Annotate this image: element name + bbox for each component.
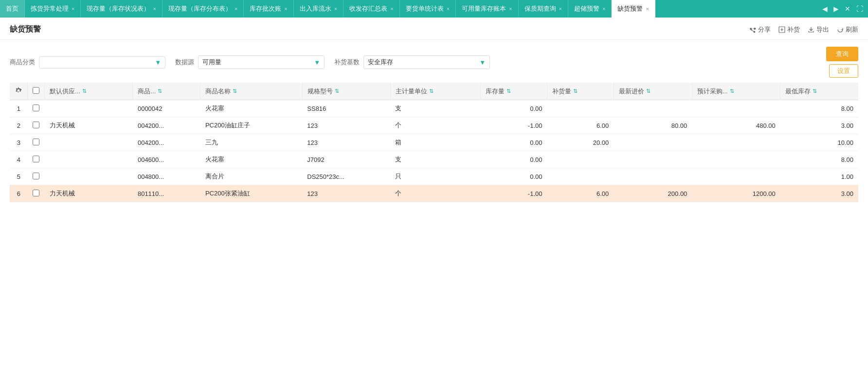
row-checkbox-2[interactable]: [28, 117, 45, 134]
row-spec-5: DS250*23c...: [302, 168, 390, 185]
th-replenish-qty: 补货量 ⇅: [547, 83, 614, 100]
row-latest-price-6: 200.00: [614, 185, 692, 202]
category-filter-group: 商品分类 ▼: [10, 56, 165, 69]
datasource-label: 数据源: [175, 58, 194, 67]
gear-column-header: [10, 83, 28, 100]
row-product-code-4: 004600...: [133, 151, 200, 168]
tab-close-stock-dist[interactable]: ×: [235, 6, 237, 12]
tab-maximize-button[interactable]: ⛶: [853, 3, 866, 15]
row-spec-4: J7092: [302, 151, 390, 168]
tab-close-order-stat[interactable]: ×: [447, 6, 450, 12]
th-unit: 主计量单位 ⇅: [390, 83, 480, 100]
th-spec-label: 规格型号: [307, 87, 333, 96]
tab-close-expiry[interactable]: ×: [559, 6, 562, 12]
tab-shortage[interactable]: 缺货预警 ×: [612, 0, 655, 18]
table-row: 2 力天机械 004200... PC200油缸庄子 123 个 -1.00 6…: [10, 117, 858, 134]
replenish-base-value: 安全库存: [368, 58, 393, 67]
tab-close-abnormal[interactable]: ×: [72, 6, 74, 12]
row-checkbox-1[interactable]: [28, 100, 45, 117]
th-product-name: 商品名称 ⇅: [200, 83, 302, 100]
tab-close-inout[interactable]: ×: [334, 6, 337, 12]
row-index-1: 1: [10, 100, 28, 117]
tab-close-available[interactable]: ×: [509, 6, 512, 12]
gear-icon[interactable]: [15, 87, 22, 94]
row-index-4: 4: [10, 151, 28, 168]
category-select[interactable]: ▼: [39, 56, 165, 69]
th-latest-price: 最新进价 ⇅: [614, 83, 692, 100]
refresh-button[interactable]: 刷新: [837, 25, 858, 34]
row-supplier-3: [45, 134, 133, 151]
tab-overstock[interactable]: 超储预警 ×: [568, 0, 612, 18]
th-min-stock: 最低库存 ⇅: [780, 83, 858, 100]
row-supplier-2: 力天机械: [45, 117, 133, 134]
tab-close-all-button[interactable]: ✕: [842, 3, 853, 15]
row-stock-6: -1.00: [481, 185, 547, 202]
replenish-label: 补货: [787, 25, 800, 34]
page-header: 缺货预警 分享 补货 导出: [0, 18, 868, 40]
th-replenish-qty-label: 补货量: [552, 87, 571, 96]
replenish-base-select[interactable]: 安全库存 ▼: [363, 55, 490, 69]
tab-expiry[interactable]: 保质期查询 ×: [519, 0, 568, 18]
row-est-purchase-3: [692, 134, 780, 151]
tab-close-shortage[interactable]: ×: [646, 6, 649, 12]
th-product-code: 商品... ⇅: [133, 83, 200, 100]
tab-close-receipt[interactable]: ×: [390, 6, 393, 12]
table-row: 6 力天机械 801110... PC200张紧油缸 123 个 -1.00 6…: [10, 185, 858, 202]
row-replenish-qty-2: 6.00: [547, 117, 614, 134]
tab-stock-dist[interactable]: 现存量（库存分布表） ×: [163, 0, 244, 18]
row-unit-4: 支: [390, 151, 480, 168]
share-button[interactable]: 分享: [749, 25, 771, 34]
row-checkbox-4[interactable]: [28, 151, 45, 168]
export-icon: [808, 26, 814, 33]
export-button[interactable]: 导出: [808, 25, 829, 34]
category-label: 商品分类: [10, 58, 35, 67]
replenish-button[interactable]: 补货: [778, 25, 800, 34]
tab-stock-status[interactable]: 现存量（库存状况表） ×: [81, 0, 162, 18]
row-checkbox-5[interactable]: [28, 168, 45, 185]
tab-close-batch[interactable]: ×: [284, 6, 287, 12]
tab-batch[interactable]: 库存批次账 ×: [244, 0, 293, 18]
row-product-name-4: 火花塞: [200, 151, 302, 168]
row-spec-3: 123: [302, 134, 390, 151]
row-stock-1: 0.00: [481, 100, 547, 117]
th-product-code-label: 商品...: [138, 87, 156, 96]
tab-prev-button[interactable]: ◀: [819, 3, 831, 15]
row-replenish-qty-4: [547, 151, 614, 168]
th-stock-label: 库存量: [486, 87, 505, 96]
th-est-purchase: 预计采购... ⇅: [692, 83, 780, 100]
settings-button[interactable]: 设置: [829, 64, 858, 78]
tab-close-overstock[interactable]: ×: [602, 6, 605, 12]
th-latest-price-label: 最新进价: [619, 87, 644, 96]
tab-order-stat[interactable]: 要货单统计表 ×: [400, 0, 456, 18]
tab-home[interactable]: 首页: [0, 0, 25, 18]
th-spec: 规格型号 ⇅: [302, 83, 390, 100]
datasource-select[interactable]: 可用量 ▼: [198, 55, 325, 69]
row-product-name-6: PC200张紧油缸: [200, 185, 302, 202]
tab-nav-buttons: ◀ ▶ ✕ ⛶: [819, 3, 868, 15]
tab-inout[interactable]: 出入库流水 ×: [294, 0, 344, 18]
row-latest-price-5: [614, 168, 692, 185]
row-latest-price-2: 80.00: [614, 117, 692, 134]
th-product-name-label: 商品名称: [205, 87, 231, 96]
tab-next-button[interactable]: ▶: [831, 3, 842, 15]
row-product-code-5: 004800...: [133, 168, 200, 185]
tab-receipt[interactable]: 收发存汇总表 ×: [344, 0, 399, 18]
row-est-purchase-1: [692, 100, 780, 117]
sort-icon-min-stock: ⇅: [813, 88, 817, 94]
row-latest-price-3: [614, 134, 692, 151]
replenish-base-arrow-icon: ▼: [479, 59, 486, 66]
query-button[interactable]: 查询: [826, 47, 858, 61]
tab-abnormal[interactable]: 拣货异常处理 ×: [25, 0, 81, 18]
row-index-6: 6: [10, 185, 28, 202]
row-checkbox-3[interactable]: [28, 134, 45, 151]
row-stock-4: 0.00: [481, 151, 547, 168]
row-product-name-3: 三九: [200, 134, 302, 151]
tab-close-stock-status[interactable]: ×: [153, 6, 156, 12]
row-min-stock-4: 8.00: [780, 151, 858, 168]
tab-available[interactable]: 可用量库存账本 ×: [456, 0, 518, 18]
row-checkbox-6[interactable]: [28, 185, 45, 202]
th-default-supplier: 默认供应... ⇅: [45, 83, 133, 100]
row-replenish-qty-5: [547, 168, 614, 185]
select-all-checkbox[interactable]: [33, 87, 39, 94]
row-replenish-qty-6: 6.00: [547, 185, 614, 202]
